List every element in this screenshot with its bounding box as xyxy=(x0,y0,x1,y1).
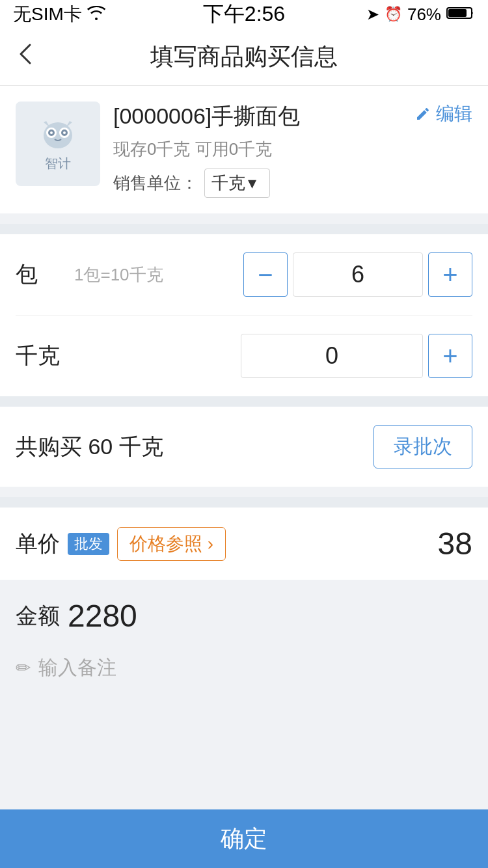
kg-input-row: 千克 + xyxy=(16,316,472,396)
price-value: 38 xyxy=(438,526,472,562)
price-section: 单价 批发 价格参照 › 38 xyxy=(0,508,488,580)
product-stock: 现存0千克 可用0千克 xyxy=(113,138,472,161)
pack-plus-button[interactable]: + xyxy=(428,252,472,297)
svg-point-8 xyxy=(63,131,66,134)
separator-3 xyxy=(0,497,488,508)
unit-label: 销售单位： xyxy=(113,172,198,195)
kg-label: 千克 xyxy=(16,341,68,371)
summary-section: 共购买 60 千克 录批次 xyxy=(0,407,488,487)
price-ref-button[interactable]: 价格参照 › xyxy=(117,527,226,561)
wifi-icon xyxy=(87,4,105,25)
kg-input-control: + xyxy=(241,334,472,378)
product-name: [0000006]手撕面包 xyxy=(113,102,405,131)
price-label-row: 单价 批发 价格参照 › xyxy=(16,527,226,561)
kg-quantity-input[interactable] xyxy=(241,334,423,378)
status-icons: ➤ ⏰ 76% xyxy=(366,5,475,25)
amount-row: 金额 2280 xyxy=(16,598,472,634)
svg-rect-1 xyxy=(448,9,467,17)
unit-select[interactable]: 千克 ▾ xyxy=(204,169,270,198)
page-title: 填写商品购买信息 xyxy=(150,41,338,73)
amount-value: 2280 xyxy=(68,598,137,634)
pack-input-control: − + xyxy=(243,252,472,297)
pencil-icon: ✏ xyxy=(16,657,31,679)
battery-text: 76% xyxy=(407,5,441,25)
confirm-button[interactable]: 确定 xyxy=(0,809,488,868)
battery-icon xyxy=(446,5,475,25)
price-label: 单价 xyxy=(16,529,60,559)
unit-dropdown-icon: ▾ xyxy=(248,173,256,193)
input-section: 包 1包=10千克 − + 千克 + xyxy=(0,234,488,396)
pack-quantity-input[interactable] xyxy=(293,252,423,297)
edit-button[interactable]: 编辑 xyxy=(415,102,472,126)
amount-section: 金额 2280 ✏ 输入备注 xyxy=(0,580,488,702)
status-bar: 无SIM卡 下午2:56 ➤ ⏰ 76% xyxy=(0,0,488,29)
edit-label: 编辑 xyxy=(436,102,472,126)
amount-label: 金额 xyxy=(16,601,60,631)
product-logo: 智计 xyxy=(37,116,79,172)
pack-label: 包 xyxy=(16,260,68,290)
kg-plus-button[interactable]: + xyxy=(428,334,472,378)
nav-bar: 填写商品购买信息 xyxy=(0,29,488,86)
svg-point-7 xyxy=(50,131,53,134)
product-image: 智计 xyxy=(16,102,100,186)
carrier-text: 无SIM卡 xyxy=(13,2,82,27)
pack-input-row: 包 1包=10千克 − + xyxy=(16,234,472,316)
alarm-icon: ⏰ xyxy=(385,6,402,23)
batch-badge: 批发 xyxy=(68,533,109,555)
back-button[interactable] xyxy=(16,40,34,74)
remark-placeholder: 输入备注 xyxy=(38,655,116,681)
separator-2 xyxy=(0,396,488,407)
pack-minus-button[interactable]: − xyxy=(243,252,288,297)
product-info: [0000006]手撕面包 编辑 现存0千克 可用0千克 销售单位： 千克 ▾ xyxy=(113,102,472,198)
separator-1 xyxy=(0,224,488,234)
remark-row[interactable]: ✏ 输入备注 xyxy=(16,644,472,692)
unit-value: 千克 xyxy=(211,172,245,195)
status-carrier: 无SIM卡 xyxy=(13,2,105,27)
product-unit-row: 销售单位： 千克 ▾ xyxy=(113,169,472,198)
pack-sublabel: 1包=10千克 xyxy=(74,264,163,286)
status-time: 下午2:56 xyxy=(203,0,285,29)
location-icon: ➤ xyxy=(366,5,379,23)
record-batch-button[interactable]: 录批次 xyxy=(373,425,472,468)
summary-text: 共购买 60 千克 xyxy=(16,432,163,462)
product-section: 智计 [0000006]手撕面包 编辑 现存0千克 可用0千克 销售单位： 千克… xyxy=(0,86,488,213)
